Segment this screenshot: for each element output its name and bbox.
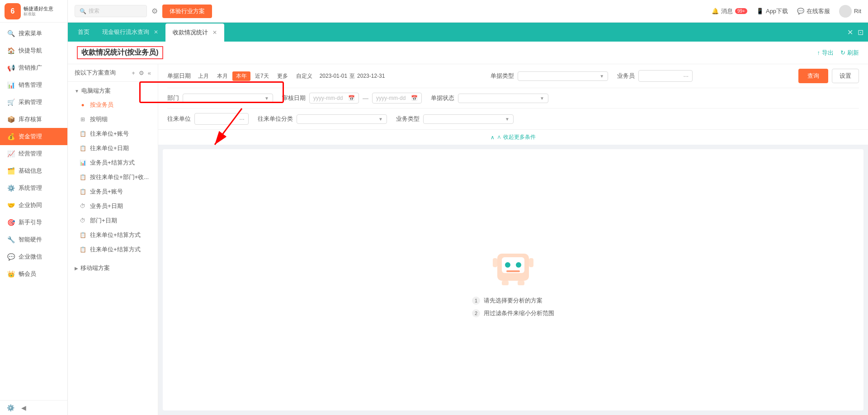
export-button[interactable]: ↑ 导出 [817, 49, 834, 57]
page-actions: ↑ 导出 ↻ 刷新 [817, 49, 859, 57]
sidebar-item-guide[interactable]: 🎯 新手引导 [0, 214, 67, 231]
scheme-panel-title: 按以下方案查询 [75, 69, 116, 77]
scheme-group-desktop: ▼ 电脑端方案 ● 按业务员 ⊞ 按明细 📋 往来单位+账号 [68, 82, 158, 259]
tab-close-bank[interactable]: ✕ [154, 29, 158, 35]
last-month-btn[interactable]: 上月 [194, 71, 212, 81]
dept-date-icon: ⏱ [79, 217, 86, 224]
guide-icon: 🎯 [7, 218, 15, 226]
scheme-item-partner-date[interactable]: 📋 往来单位+日期 [68, 141, 158, 156]
doc-status-select[interactable]: ▼ [458, 94, 548, 103]
page-content: 收款情况统计(按业务员) ↑ 导出 ↻ 刷新 按以下方案查询 + [68, 42, 868, 415]
empty-state: 1 请先选择要分析的方案 2 用过滤条件来缩小分析范围 [163, 149, 863, 410]
more-btn[interactable]: 更多 [274, 71, 292, 81]
scheme-item-partner-settle2[interactable]: 📋 往来单位+结算方式 [68, 242, 158, 257]
user-menu[interactable]: Rit [839, 5, 861, 18]
tab-bank[interactable]: 现金银行流水查询 ✕ [95, 23, 165, 42]
refresh-icon: ↻ [840, 49, 845, 56]
scheme-item-salesman-account[interactable]: 📋 业务员+账号 [68, 184, 158, 199]
sidebar-item-search[interactable]: 🔍 搜索菜单 [0, 25, 67, 42]
sidebar-item-quicknav[interactable]: 🏠 快捷导航 [0, 42, 67, 59]
sidebar-item-operation[interactable]: 📈 经营管理 [0, 145, 67, 162]
scheme-item-partner-account[interactable]: 📋 往来单位+账号 [68, 127, 158, 141]
scheme-item-salesman-settle[interactable]: 📊 业务员+结算方式 [68, 156, 158, 170]
review-date-label: 审核日期 [282, 94, 306, 102]
scheme-item-salesman-date[interactable]: ⏱ 业务员+日期 [68, 199, 158, 213]
online-service-button[interactable]: 💬 在线客服 [797, 7, 830, 15]
tip-item-2: 2 用过滤条件来缩小分析范围 [472, 309, 554, 317]
scheme-item-by-salesman[interactable]: ● 按业务员 [68, 98, 158, 112]
collapse-sidebar-icon[interactable]: ◀‍ [21, 404, 26, 411]
header-search-box[interactable]: 🔍 搜索 [75, 5, 147, 17]
sidebar-item-finance[interactable]: 💰 资金管理 [0, 128, 67, 145]
review-date-from[interactable]: yyyy-mm-dd 📅 [309, 93, 359, 104]
close-window-icon[interactable]: ✕ [847, 28, 853, 37]
sidebar-item-hardware[interactable]: 🔧 智能硬件 [0, 231, 67, 248]
refresh-button[interactable]: ↻ 刷新 [840, 49, 859, 57]
bell-icon: 🔔 [712, 8, 719, 14]
partner-select[interactable]: ··· [194, 113, 249, 125]
query-button[interactable]: 查询 [798, 69, 828, 83]
sidebar-item-member[interactable]: 👑 畅会员 [0, 265, 67, 283]
dept-dropdown-arrow: ▼ [264, 96, 269, 101]
settings-bottom-icon[interactable]: ⚙️ [7, 404, 14, 411]
collapse-button[interactable]: ∧ ∧ 收起更多条件 [491, 133, 535, 141]
scheme-item-dept-date[interactable]: ⏱ 部门+日期 [68, 213, 158, 228]
scheme-item-by-detail[interactable]: ⊞ 按明细 [68, 112, 158, 127]
msg-badge: 99+ [735, 8, 747, 14]
member-icon: 👑 [7, 270, 15, 278]
trial-button[interactable]: 体验行业方案 [162, 5, 212, 18]
dept-select[interactable]: ▼ [183, 94, 273, 103]
custom-btn[interactable]: 自定义 [292, 71, 316, 81]
maximize-icon[interactable]: ⊡ [858, 28, 863, 37]
date-from-value: 2023-01-01 [320, 73, 347, 79]
scheme-panel-icons: + ⚙ « [132, 70, 151, 76]
scheme-group-mobile: ▶ 移动端方案 [68, 259, 158, 277]
mobile-scheme-label: 移动端方案 [80, 264, 110, 272]
detail-icon: ⊞ [79, 116, 86, 123]
review-date-to[interactable]: yyyy-mm-dd 📅 [372, 93, 422, 104]
tab-home[interactable]: 首页 [72, 23, 95, 42]
salesman-select[interactable]: ··· [638, 70, 693, 82]
add-scheme-icon[interactable]: + [132, 70, 135, 76]
top-header: 🔍 搜索 ⚙ 体验行业方案 🔔 消息 99+ 📱 App下载 💬 在线客服 [68, 0, 868, 23]
sidebar-item-inventory[interactable]: 📦 库存核算 [0, 111, 67, 128]
scheme-group-desktop-title[interactable]: ▼ 电脑端方案 [68, 84, 158, 98]
settings-icon[interactable]: ⚙ [151, 7, 158, 15]
scheme-group-mobile-title[interactable]: ▶ 移动端方案 [68, 261, 158, 275]
sidebar-item-wechat[interactable]: 💬 企业微信 [0, 248, 67, 265]
tab-receipt[interactable]: 收款情况统计 ✕ [165, 24, 224, 42]
last7-btn[interactable]: 近7天 [251, 71, 273, 81]
this-month-btn[interactable]: 本月 [213, 71, 231, 81]
sidebar-item-marketing[interactable]: 📢 营销推广 [0, 59, 67, 76]
svg-rect-6 [529, 258, 533, 267]
tab-close-receipt[interactable]: ✕ [212, 29, 217, 36]
service-icon: 💬 [797, 8, 804, 14]
tip-text-2: 用过滤条件来缩小分析范围 [484, 309, 554, 317]
filter-date: 单据日期 上月 本月 本年 近7天 更多 自定义 2023-01-01 [167, 71, 385, 81]
settings-scheme-icon[interactable]: ⚙ [139, 70, 144, 76]
sidebar-item-system[interactable]: ⚙️ 系统管理 [0, 179, 67, 197]
partner-dept-icon: 📋 [79, 174, 86, 181]
messages-button[interactable]: 🔔 消息 99+ [712, 7, 747, 15]
app-download-button[interactable]: 📱 App下载 [756, 7, 788, 15]
sidebar-item-basic[interactable]: 🗂️ 基础信息 [0, 162, 67, 179]
biz-type-select[interactable]: ▼ [423, 114, 514, 124]
date-input-row: 2023-01-01 至 2023-12-31 [320, 72, 385, 80]
partner-type-select[interactable]: ▼ [297, 114, 387, 124]
salesman-icon: ● [79, 101, 86, 108]
system-icon: ⚙️ [7, 184, 15, 192]
search-icon: 🔍 [7, 29, 15, 38]
collapse-scheme-icon[interactable]: « [148, 70, 151, 76]
salesman-dots: ··· [684, 72, 689, 80]
settings-button[interactable]: 设置 [832, 69, 859, 83]
right-panel: 单据日期 上月 本月 本年 近7天 更多 自定义 2023-01-01 [158, 64, 868, 415]
sidebar-item-sales[interactable]: 📊 销售管理 [0, 76, 67, 94]
doc-type-select[interactable]: ▼ [518, 71, 608, 81]
this-year-btn[interactable]: 本年 [232, 71, 250, 81]
finance-icon: 💰 [7, 132, 15, 141]
scheme-item-by-partner-dept[interactable]: 📋 按往来单位+部门+收... [68, 170, 158, 184]
scheme-item-partner-settle1[interactable]: 📋 往来单位+结算方式 [68, 228, 158, 242]
enterprise-icon: 🤝 [7, 201, 15, 209]
sidebar-item-purchase[interactable]: 🛒 采购管理 [0, 94, 67, 111]
sidebar-item-enterprise[interactable]: 🤝 企业协同 [0, 197, 67, 214]
